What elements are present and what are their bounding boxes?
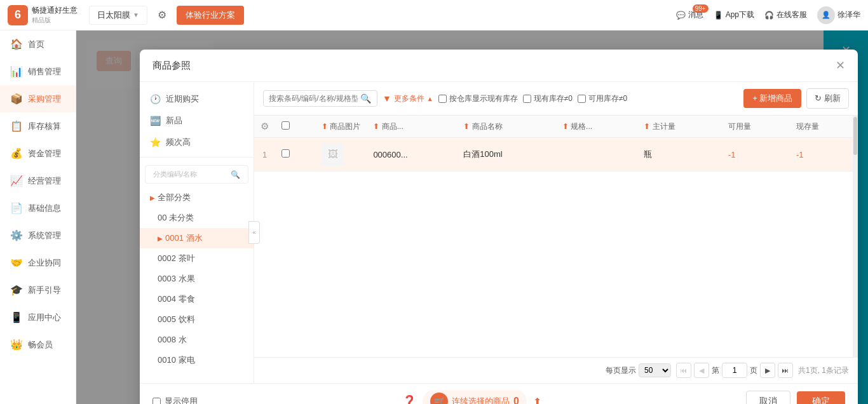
table-scrollbar[interactable] — [853, 116, 858, 357]
column-settings-icon[interactable]: ⚙ — [261, 121, 269, 131]
modal-left-panel: 🕐 近期购买 🆕 新品 ⭐ 频次高 « — [140, 82, 254, 383]
first-page-button[interactable]: ⏮ — [676, 363, 691, 378]
show-disabled-wrap[interactable]: 显示停用 — [153, 396, 198, 404]
inventory-icon: 📋 — [10, 120, 23, 132]
sidebar-item-system[interactable]: ⚙️ 系统管理 — [0, 222, 76, 249]
prev-page-button[interactable]: ◀ — [694, 363, 709, 378]
col-stock-header: 现存量 — [790, 116, 858, 138]
category-item-fruit[interactable]: 0003 水果 — [140, 269, 254, 289]
product-search-wrap[interactable]: 🔍 — [263, 90, 377, 107]
sidebar-item-basic-info[interactable]: 📄 基础信息 — [0, 194, 76, 222]
total-records-info: 共1页, 1条记录 — [798, 365, 849, 376]
refresh-button[interactable]: ↻ 刷新 — [806, 88, 849, 109]
operations-icon: 📈 — [10, 175, 23, 187]
user-profile-nav-item[interactable]: 👤 徐泽华 — [817, 6, 860, 24]
row-checkbox-cell[interactable] — [275, 138, 315, 172]
product-search-input[interactable] — [269, 94, 358, 103]
sidebar-item-home[interactable]: 🏠 首页 — [0, 30, 76, 58]
settings-icon[interactable]: ⚙ — [153, 6, 172, 25]
modal-toolbar: 🔍 ▼ 更多条件 ▲ 按仓库显示现有库存 — [254, 82, 858, 116]
table-row[interactable]: 1 🖼 000600... 白酒100ml — [254, 138, 858, 172]
sidebar-item-guide[interactable]: 🎓 新手引导 — [0, 276, 76, 304]
sidebar-item-sales[interactable]: 📊 销售管理 — [0, 58, 76, 85]
store-selector[interactable]: 日太阳膜 ▼ — [89, 6, 147, 25]
category-item-uncategorized[interactable]: 00 未分类 — [140, 208, 254, 228]
col-code-header: ⬆ 商品... — [367, 116, 457, 138]
category-item-tea[interactable]: 0002 茶叶 — [140, 248, 254, 269]
member-icon: 👑 — [10, 339, 23, 351]
col-name-header: ⬆ 商品名称 — [457, 116, 556, 138]
messages-nav-item[interactable]: 💬 消息 99+ — [676, 10, 703, 20]
mobile-icon: 📱 — [714, 11, 723, 20]
sidebar-item-finance[interactable]: 💰 资金管理 — [0, 140, 76, 167]
page-suffix: 页 — [750, 365, 757, 376]
more-filters-button[interactable]: ▼ 更多条件 ▲ — [383, 93, 433, 104]
top-navigation: 6 畅捷通好生意 精品版 日太阳膜 ▼ ⚙ 体验行业方案 💬 消息 99+ 📱 … — [0, 0, 868, 30]
sidebar-item-inventory[interactable]: 📋 库存核算 — [0, 112, 76, 140]
sidebar: 🏠 首页 📊 销售管理 📦 采购管理 📋 库存核算 💰 资金管理 📈 经营管理 … — [0, 30, 76, 404]
product-reference-modal: 商品参照 ✕ 🕐 近期购买 🆕 新品 ⭐ — [140, 50, 858, 404]
online-service-nav-item[interactable]: 🎧 在线客服 — [764, 10, 807, 20]
quick-nav-new[interactable]: 🆕 新品 — [140, 110, 254, 131]
col-spec-header: ⬆ 规格... — [556, 116, 638, 138]
sidebar-item-purchase[interactable]: 📦 采购管理 — [0, 85, 76, 112]
table-scrollbar-thumb — [853, 117, 857, 155]
col-available-header: 可用量 — [722, 116, 790, 138]
cancel-button[interactable]: 取消 — [746, 391, 790, 404]
help-icon[interactable]: ❓ — [402, 394, 416, 404]
headset-icon: 🎧 — [764, 11, 774, 20]
category-item-beverage[interactable]: 0005 饮料 — [140, 309, 254, 330]
page-size-select[interactable]: 10 20 50 100 — [639, 363, 671, 377]
col-settings: ⚙ — [254, 116, 275, 138]
category-search-icon: 🔍 — [231, 170, 240, 179]
system-icon: ⚙️ — [10, 229, 23, 241]
row-select-checkbox[interactable] — [281, 149, 290, 158]
main-content: 查询 设置 ✕ ⬜ 商品参照 ✕ — [76, 30, 868, 404]
collapse-cart-icon[interactable]: ⬆ — [533, 396, 541, 405]
have-stock-checkbox[interactable] — [523, 95, 531, 103]
category-item-liquor[interactable]: ▶ 0001 酒水 — [140, 228, 254, 248]
messages-badge: 99+ — [693, 4, 709, 13]
quick-nav-frequent[interactable]: ⭐ 频次高 — [140, 131, 254, 153]
page-label: 第 — [712, 365, 719, 376]
product-table: ⚙ ⬆ 商品图片 ⬆ 商品... — [254, 116, 858, 172]
row-spec-cell — [556, 138, 638, 172]
trial-button[interactable]: 体验行业方案 — [177, 6, 244, 25]
add-product-button[interactable]: + 新增商品 — [743, 89, 801, 108]
category-item-all[interactable]: ▶ 全部分类 — [140, 187, 254, 208]
last-page-button[interactable]: ⏭ — [778, 363, 793, 378]
collapse-left-panel-button[interactable]: « — [248, 221, 260, 244]
category-item-appliance[interactable]: 0010 家电 — [140, 350, 254, 370]
row-stock-cell: -1 — [790, 138, 858, 172]
row-num: 1 — [254, 138, 275, 172]
enterprise-icon: 🤝 — [10, 257, 23, 269]
category-search-wrap[interactable]: 分类编码/名称 🔍 — [145, 165, 248, 184]
quick-nav-recent[interactable]: 🕐 近期购买 — [140, 88, 254, 110]
next-page-button[interactable]: ▶ — [760, 363, 775, 378]
logo-icon: 6 — [8, 5, 28, 25]
category-item-water[interactable]: 0008 水 — [140, 330, 254, 350]
page-number-input[interactable] — [722, 363, 747, 378]
cart-icon: 🛒 — [430, 393, 448, 404]
category-item-snack[interactable]: 0004 零食 — [140, 289, 254, 309]
available-stock-checkbox-wrap[interactable]: 可用库存≠0 — [578, 93, 627, 104]
image-placeholder-icon: 🖼 — [328, 149, 338, 160]
sidebar-item-member[interactable]: 👑 畅会员 — [0, 331, 76, 358]
sidebar-item-operations[interactable]: 📈 经营管理 — [0, 167, 76, 194]
filter-arrow-icon: ▲ — [427, 95, 433, 102]
sort-icon-name: ⬆ — [463, 122, 470, 131]
col-checkbox — [275, 116, 315, 138]
show-warehouse-stock-checkbox-wrap[interactable]: 按仓库显示现有库存 — [438, 93, 518, 104]
product-thumbnail: 🖼 — [322, 143, 344, 166]
confirm-button[interactable]: 确定 — [797, 391, 845, 404]
recent-icon: 🕐 — [150, 94, 161, 104]
sidebar-item-apps[interactable]: 📱 应用中心 — [0, 304, 76, 331]
show-warehouse-stock-checkbox[interactable] — [438, 95, 447, 103]
app-download-nav-item[interactable]: 📱 App下载 — [714, 10, 754, 20]
modal-close-button[interactable]: ✕ — [836, 58, 845, 72]
show-disabled-checkbox[interactable] — [153, 398, 161, 405]
available-stock-checkbox[interactable] — [578, 95, 586, 103]
select-all-checkbox[interactable] — [281, 121, 290, 130]
sidebar-item-enterprise[interactable]: 🤝 企业协同 — [0, 249, 76, 276]
have-stock-checkbox-wrap[interactable]: 现有库存≠0 — [523, 93, 573, 104]
